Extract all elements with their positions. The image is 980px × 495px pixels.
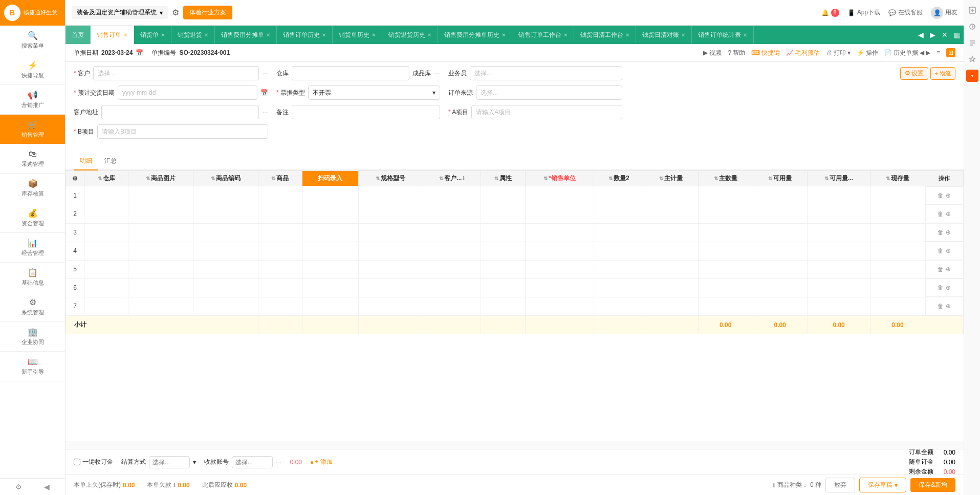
one-click-checkbox[interactable]: 一键收订金 [74,458,113,466]
row-main-qty[interactable] [699,242,753,260]
row-available1[interactable] [753,297,807,316]
row-current-stock[interactable] [870,242,925,260]
nav-tab-close-icon[interactable]: ✕ [161,32,165,38]
nav-tab-close-icon[interactable]: ✕ [743,32,747,38]
discard-button[interactable]: 放弃 [825,478,855,492]
row-customer-code[interactable] [423,278,481,297]
row-customer-code[interactable] [423,297,481,316]
row-spec[interactable] [358,223,423,242]
row-customer-code[interactable] [423,242,481,260]
sidebar-item-system[interactable]: ⚙ 系统管理 [0,292,65,322]
sidebar-item-purchase[interactable]: 🛍 采购管理 [0,144,65,174]
sidebar-collapse-btn[interactable]: ◀ [44,483,50,491]
row-scan[interactable] [302,260,358,278]
add-column-button[interactable]: + 物流 [930,67,955,80]
row-attributes[interactable] [481,297,525,316]
right-panel-btn-5[interactable] [966,70,978,82]
nav-tab-close-icon[interactable]: ✕ [322,32,326,38]
row-product[interactable] [258,297,302,316]
row-scan[interactable] [302,186,358,205]
operations-action[interactable]: ⚡ 操作 [857,49,878,57]
row-attributes[interactable] [481,186,525,205]
row-spec[interactable] [358,186,423,205]
row-unit[interactable] [525,278,594,297]
delete-icon[interactable]: 🗑 [938,284,944,291]
row-spec[interactable] [358,242,423,260]
row-scan[interactable] [302,242,358,260]
notification-item[interactable]: 🔔 8 [821,9,839,17]
nav-tab-reconcile[interactable]: 钱货日清对账 ✕ [636,26,692,44]
row-available1[interactable] [753,186,807,205]
row-attributes[interactable] [481,242,525,260]
nav-tab-expense[interactable]: 销售费用分摊单 ✕ [215,26,277,44]
nav-next-icon[interactable]: ▶ [927,31,939,39]
customer-dots-icon[interactable]: ··· [262,69,268,77]
sidebar-item-basic-info[interactable]: 📋 基础信息 [0,263,65,292]
nav-tab-close-icon[interactable]: ✕ [266,32,270,38]
row-main-unit[interactable] [644,186,698,205]
row-available1[interactable] [753,223,807,242]
delete-icon[interactable]: 🗑 [938,266,944,273]
row-product[interactable] [258,205,302,223]
row-main-unit[interactable] [644,242,698,260]
warehouse-input[interactable] [292,66,409,80]
nav-prev-icon[interactable]: ◀ [915,31,927,39]
account-dots-icon[interactable]: ··· [276,458,282,466]
copy-icon[interactable]: ⊕ [946,303,951,310]
row-available1[interactable] [753,260,807,278]
row-available1[interactable] [753,278,807,297]
row-customer-code[interactable] [423,260,481,278]
delete-icon[interactable]: 🗑 [938,192,944,199]
save-draft-button[interactable]: 保存草稿 ▾ [859,478,906,492]
tab-detail[interactable]: 明细 [74,153,98,170]
row-available2[interactable] [807,278,870,297]
row-available2[interactable] [807,205,870,223]
copy-icon[interactable]: ⊕ [946,266,951,273]
right-panel-btn-2[interactable] [966,20,978,33]
print-action[interactable]: 🖨 打印 ▾ [826,49,851,57]
expected-date-input[interactable] [118,85,257,100]
order-source-input[interactable] [476,85,622,100]
row-product[interactable] [258,242,302,260]
nav-tab-close-icon[interactable]: ✕ [502,32,506,38]
nav-tab-sales-order[interactable]: 销售订单 ✕ [91,26,134,44]
sidebar-item-operations[interactable]: 📊 经营管理 [0,233,65,263]
nav-tab-stats[interactable]: 销售订单统计表 ✕ [692,26,754,44]
row-qty2[interactable] [594,297,644,316]
row-scan[interactable] [302,297,358,316]
row-qty2[interactable] [594,223,644,242]
row-code[interactable] [193,242,258,260]
row-warehouse[interactable] [84,260,128,278]
row-main-qty[interactable] [699,205,753,223]
nav-close-all-icon[interactable]: ✕ [939,31,951,39]
row-warehouse[interactable] [84,242,128,260]
nav-tab-return-history[interactable]: 销货退货历史 ✕ [382,26,438,44]
nav-tab-home[interactable]: 首页 [66,26,91,44]
copy-icon[interactable]: ⊕ [946,284,951,291]
copy-icon[interactable]: ⊕ [946,210,951,218]
settings-button[interactable]: ⚙ 设置 [900,67,928,80]
topbar-settings-icon[interactable]: ⚙ [172,8,179,17]
salesperson-input[interactable] [470,66,622,80]
right-panel-btn-3[interactable] [966,37,978,49]
row-product[interactable] [258,260,302,278]
row-scan[interactable] [302,205,358,223]
row-unit[interactable] [525,297,594,316]
row-warehouse[interactable] [84,223,128,242]
delete-icon[interactable]: 🗑 [938,303,944,310]
row-code[interactable] [193,278,258,297]
online-service-item[interactable]: 💬 在线客服 [888,8,923,17]
app-download-item[interactable]: 📱 App下载 [847,8,880,17]
row-unit[interactable] [525,242,594,260]
account-input[interactable] [232,456,273,468]
row-scan[interactable] [302,223,358,242]
row-customer-code[interactable] [423,205,481,223]
row-customer-code[interactable] [423,223,481,242]
sidebar-item-nav[interactable]: ⚡ 快捷导航 [0,55,65,85]
row-warehouse[interactable] [84,278,128,297]
row-code[interactable] [193,223,258,242]
row-current-stock[interactable] [870,297,925,316]
profit-action[interactable]: 📈 毛利预估 [786,49,820,57]
history-next-icon[interactable]: ▶ [926,49,930,56]
copy-icon[interactable]: ⊕ [946,247,951,254]
